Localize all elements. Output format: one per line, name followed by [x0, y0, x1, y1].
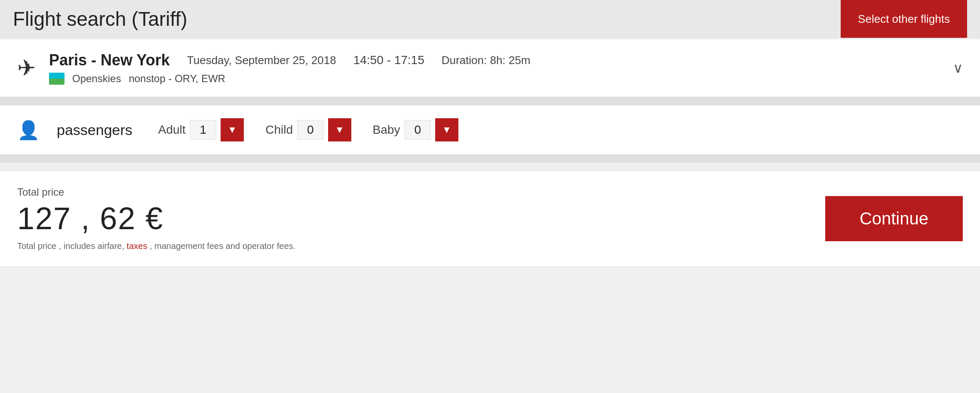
- adult-label: Adult: [158, 123, 186, 137]
- child-dropdown-button[interactable]: ▼: [328, 118, 351, 141]
- passenger-icon: 👤: [17, 120, 40, 141]
- child-pax-group: Child 0 ▼: [265, 118, 351, 141]
- airline-name: Openskies: [72, 73, 121, 85]
- flight-duration: Duration: 8h: 25m: [442, 54, 531, 67]
- passengers-section: 👤 passengers Adult 1 ▼ Child 0 ▼ Baby 0 …: [0, 105, 980, 155]
- baby-label: Baby: [373, 123, 400, 137]
- baby-dropdown-button[interactable]: ▼: [435, 118, 458, 141]
- baby-pax-group: Baby 0 ▼: [373, 118, 458, 141]
- total-price-label: Total price: [17, 186, 295, 198]
- continue-button[interactable]: Continue: [825, 196, 963, 241]
- child-label: Child: [265, 123, 293, 137]
- select-other-flights-button[interactable]: Select other flights: [841, 0, 967, 38]
- child-value: 0: [297, 120, 324, 140]
- flight-expand-chevron[interactable]: ∨: [953, 60, 963, 76]
- flight-date: Tuesday, September 25, 2018: [187, 54, 336, 67]
- price-left: Total price 127 , 62 € Total price , inc…: [17, 186, 295, 251]
- flight-stops: nonstop - ORY, EWR: [129, 73, 225, 85]
- price-footnote: Total price , includes airfare, taxes , …: [17, 241, 295, 251]
- flight-sub-row: Openskies nonstop - ORY, EWR: [49, 73, 963, 85]
- flight-route: Paris - New York: [49, 51, 170, 69]
- page-header: Flight search (Tariff) Select other flig…: [0, 0, 980, 38]
- price-section: Total price 127 , 62 € Total price , inc…: [0, 170, 980, 267]
- adult-dropdown-button[interactable]: ▼: [221, 118, 244, 141]
- adult-value: 1: [190, 120, 217, 140]
- plane-icon: ✈: [17, 55, 36, 81]
- footnote-suffix: , management fees and operator fees.: [150, 241, 295, 251]
- footnote-prefix: Total price , includes airfare,: [17, 241, 124, 251]
- passengers-label: passengers: [57, 122, 132, 138]
- separator-1: [0, 97, 980, 105]
- baby-value: 0: [404, 120, 431, 140]
- flight-main-row: Paris - New York Tuesday, September 25, …: [49, 51, 963, 69]
- flight-info: Paris - New York Tuesday, September 25, …: [49, 51, 963, 85]
- total-price-value: 127 , 62 €: [17, 201, 295, 236]
- adult-pax-group: Adult 1 ▼: [158, 118, 244, 141]
- separator-2: [0, 155, 980, 163]
- flight-time: 14:50 - 17:15: [353, 53, 424, 67]
- page-title: Flight search (Tariff): [13, 7, 187, 31]
- taxes-link[interactable]: taxes: [127, 241, 147, 251]
- flight-card: ✈ Paris - New York Tuesday, September 25…: [0, 39, 980, 97]
- airline-logo: [49, 73, 65, 85]
